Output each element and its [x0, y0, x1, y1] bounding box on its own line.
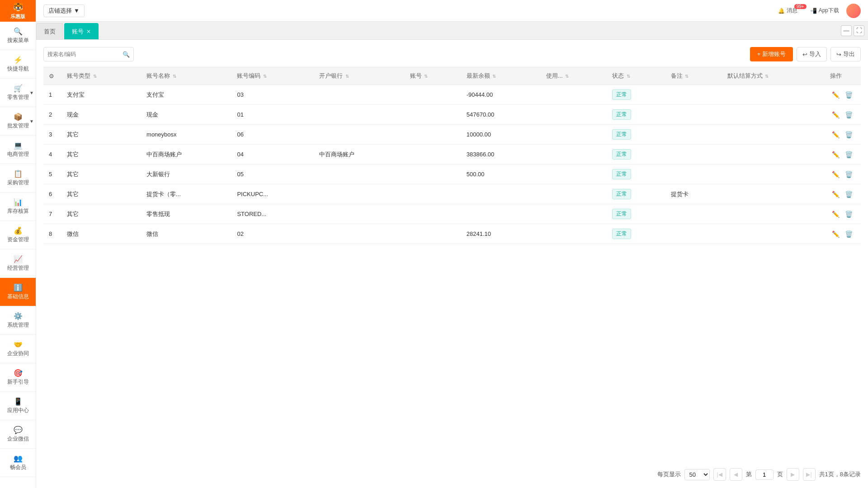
sidebar-item-label: 库存核算	[7, 207, 29, 215]
edit-button[interactable]: ✏️	[830, 110, 841, 119]
sidebar-item-operations[interactable]: 📈 经营管理	[0, 249, 36, 278]
edit-button[interactable]: ✏️	[830, 150, 841, 159]
col-settings[interactable]: ⚙	[43, 67, 61, 85]
export-button[interactable]: ↪ 导出	[830, 47, 861, 61]
sidebar-item-retail[interactable]: 🛒 零售管理 ▼	[0, 79, 36, 107]
col-code[interactable]: 账号编码 ⇅	[231, 67, 314, 85]
cell-type: 现金	[61, 105, 141, 125]
delete-button[interactable]: 🗑️	[843, 190, 854, 199]
page-size-select[interactable]: 50 100	[684, 469, 710, 480]
delete-button[interactable]: 🗑️	[843, 150, 854, 159]
sidebar-item-ecommerce[interactable]: 💻 电商管理	[0, 136, 36, 164]
search-input[interactable]	[47, 51, 123, 57]
sidebar-item-system[interactable]: ⚙️ 系统管理	[0, 306, 36, 335]
sort-icon: ⇅	[765, 74, 769, 79]
status-badge: 正常	[612, 129, 631, 140]
sidebar-item-guide[interactable]: 🎯 新手引导	[0, 363, 36, 392]
toolbar-right: + 新增账号 ↩ 导入 ↪ 导出	[750, 47, 861, 61]
sidebar-item-search[interactable]: 🔍 搜索菜单	[0, 22, 36, 50]
add-account-button[interactable]: + 新增账号	[750, 47, 793, 61]
table-row: 1 支付宝 支付宝 03 -90444.00 正常 ✏️ 🗑️	[43, 85, 861, 105]
tab-home-label: 首页	[44, 28, 56, 36]
col-name[interactable]: 账号名称 ⇅	[141, 67, 231, 85]
sort-icon: ⇅	[685, 74, 689, 79]
col-remark[interactable]: 备注 ⇅	[665, 67, 722, 85]
user-avatar[interactable]	[846, 4, 861, 18]
sidebar-item-label: 企业协同	[7, 350, 29, 357]
prev-page-button[interactable]: ◀	[730, 468, 742, 481]
cell-balance: 28241.10	[461, 224, 541, 244]
col-balance[interactable]: 最新余额 ⇅	[461, 67, 541, 85]
col-account-label: 账号	[410, 72, 422, 79]
edit-button[interactable]: ✏️	[830, 210, 841, 219]
col-account[interactable]: 账号 ⇅	[405, 67, 461, 85]
cell-account	[405, 224, 461, 244]
table-row: 8 微信 微信 02 28241.10 正常 ✏️ 🗑️	[43, 224, 861, 244]
sidebar-item-finance[interactable]: 💰 资金管理	[0, 221, 36, 249]
import-button[interactable]: ↩ 导入	[797, 47, 827, 61]
next-page-button[interactable]: ▶	[787, 468, 799, 481]
first-page-button[interactable]: |◀	[713, 468, 726, 481]
delete-button[interactable]: 🗑️	[843, 90, 854, 99]
cell-account	[405, 184, 461, 204]
search-icon: 🔍	[123, 51, 130, 58]
edit-button[interactable]: ✏️	[830, 130, 841, 139]
sidebar-item-label: 电商管理	[7, 150, 29, 158]
table-container: ⚙ 账号类型 ⇅ 账号名称 ⇅ 账号编码 ⇅	[43, 67, 861, 463]
col-bank[interactable]: 开户银行 ⇅	[314, 67, 404, 85]
last-page-button[interactable]: ▶|	[803, 468, 816, 481]
messages-button[interactable]: 🔔 消息 99+	[773, 7, 803, 14]
tab-account[interactable]: 账号 ✕	[64, 23, 99, 39]
sidebar-item-shortcut[interactable]: ⚡ 快捷导航	[0, 50, 36, 79]
search-nav-icon: 🔍	[14, 27, 23, 36]
cell-usage	[541, 184, 607, 204]
sidebar-item-label: 搜索菜单	[7, 37, 29, 44]
sidebar-item-wholesale[interactable]: 📦 批发管理 ▼	[0, 107, 36, 136]
sidebar-item-inventory[interactable]: 📊 库存核算	[0, 192, 36, 221]
delete-button[interactable]: 🗑️	[843, 110, 854, 119]
edit-button[interactable]: ✏️	[830, 90, 841, 99]
cell-type: 微信	[61, 224, 141, 244]
sidebar-item-appcenter[interactable]: 📱 应用中心	[0, 392, 36, 420]
cell-usage	[541, 224, 607, 244]
sidebar-item-member[interactable]: 👥 畅会员	[0, 449, 36, 477]
tab-close-icon[interactable]: ✕	[86, 28, 91, 35]
tab-maximize-button[interactable]: ⛶	[854, 25, 864, 36]
edit-button[interactable]: ✏️	[830, 170, 841, 179]
delete-button[interactable]: 🗑️	[843, 230, 854, 239]
cell-account	[405, 105, 461, 125]
sidebar-item-label: 企业微信	[7, 435, 29, 443]
store-name: 店铺选择	[48, 7, 72, 15]
sidebar-item-label: 快捷导航	[7, 65, 29, 73]
sidebar-item-agreement[interactable]: 🤝 企业协同	[0, 335, 36, 363]
cell-code: 06	[231, 125, 314, 145]
tab-minimize-button[interactable]: —	[841, 25, 852, 36]
tab-home[interactable]: 首页	[36, 23, 63, 39]
cell-code: STORED...	[231, 204, 314, 224]
col-type[interactable]: 账号类型 ⇅	[61, 67, 141, 85]
delete-button[interactable]: 🗑️	[843, 130, 854, 139]
page-input[interactable]	[755, 469, 774, 480]
edit-button[interactable]: ✏️	[830, 190, 841, 199]
delete-button[interactable]: 🗑️	[843, 170, 854, 179]
col-status[interactable]: 状态 ⇅	[607, 67, 665, 85]
toolbar: 🔍 + 新增账号 ↩ 导入 ↪ 导出	[43, 47, 861, 61]
sidebar-item-wechat[interactable]: 💬 企业微信	[0, 420, 36, 449]
col-default-payment[interactable]: 默认结算方式 ⇅	[722, 67, 825, 85]
app-icon: 📲	[810, 8, 817, 14]
cell-remark	[665, 125, 722, 145]
delete-button[interactable]: 🗑️	[843, 210, 854, 219]
main-content: 店铺选择 ▼ 🔔 消息 99+ 📲 App下载 首页 账号 ✕ —	[36, 0, 868, 488]
store-dropdown[interactable]: 店铺选择 ▼	[43, 5, 85, 17]
cell-status: 正常	[607, 224, 665, 244]
app-download-button[interactable]: 📲 App下载	[810, 7, 839, 14]
search-box[interactable]: 🔍	[43, 47, 134, 61]
sort-icon: ⇅	[492, 74, 496, 79]
table-row: 3 其它 moneybosx 06 10000.00 正常 ✏️ 🗑️	[43, 125, 861, 145]
cell-remark	[665, 145, 722, 164]
edit-button[interactable]: ✏️	[830, 230, 841, 239]
sidebar-item-purchase[interactable]: 📋 采购管理	[0, 164, 36, 192]
sidebar-item-basic[interactable]: ℹ️ 基础信息	[0, 278, 36, 306]
col-usage[interactable]: 使用... ⇅	[541, 67, 607, 85]
status-badge: 正常	[612, 209, 631, 219]
